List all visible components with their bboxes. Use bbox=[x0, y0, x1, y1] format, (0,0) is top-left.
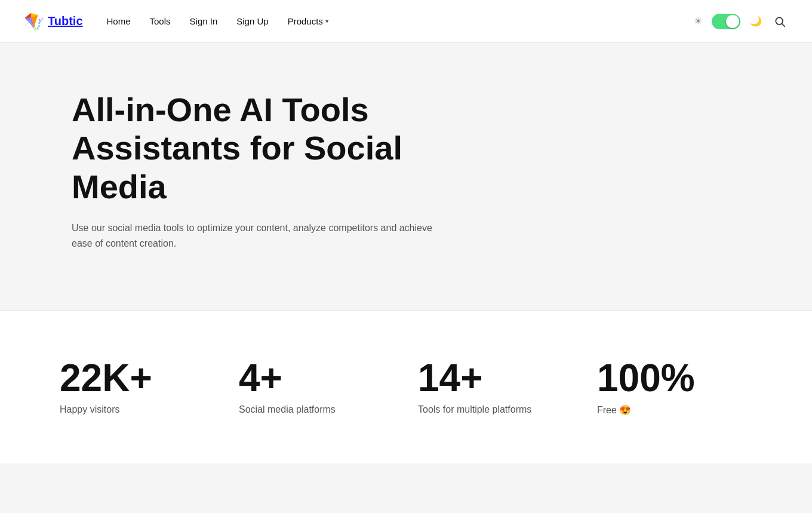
brand-logo-icon: 🪁 bbox=[24, 12, 43, 31]
stat-item-2: 14+ Tools for multiple platforms bbox=[418, 359, 573, 416]
hero-title: All-in-One AI Tools Assistants for Socia… bbox=[72, 91, 466, 206]
hero-subtitle: Use our social media tools to optimize y… bbox=[72, 220, 442, 251]
nav-link-home[interactable]: Home bbox=[107, 16, 131, 26]
hero-section: All-in-One AI Tools Assistants for Socia… bbox=[0, 43, 537, 311]
toggle-knob bbox=[726, 15, 739, 28]
nav-item-home[interactable]: Home bbox=[107, 16, 131, 27]
nav-left: 🪁 Tubtic Home Tools Sign In Sign Up Prod… bbox=[24, 12, 329, 31]
nav-item-signup[interactable]: Sign Up bbox=[236, 16, 268, 27]
nav-item-tools[interactable]: Tools bbox=[150, 16, 171, 27]
nav-right: ☀ 🌙 bbox=[694, 13, 788, 30]
stat-item-1: 4+ Social media platforms bbox=[239, 359, 394, 416]
nav-item-products[interactable]: Products ▾ bbox=[288, 16, 329, 26]
theme-toggle[interactable] bbox=[712, 14, 740, 29]
nav-item-signin[interactable]: Sign In bbox=[190, 16, 218, 27]
stat-number-1: 4+ bbox=[239, 359, 394, 397]
nav-link-products[interactable]: Products ▾ bbox=[288, 16, 329, 26]
nav-link-tools[interactable]: Tools bbox=[150, 16, 171, 26]
bottom-area bbox=[0, 463, 812, 513]
stat-label-1: Social media platforms bbox=[239, 404, 394, 415]
stat-label-3: Free 😍 bbox=[597, 404, 752, 416]
stats-section: 22K+ Happy visitors 4+ Social media plat… bbox=[0, 311, 812, 463]
stat-label-0: Happy visitors bbox=[60, 404, 215, 415]
stat-number-2: 14+ bbox=[418, 359, 573, 397]
moon-icon[interactable]: 🌙 bbox=[750, 16, 762, 27]
svg-line-1 bbox=[782, 23, 785, 26]
sun-icon[interactable]: ☀ bbox=[694, 16, 702, 27]
brand-name: Tubtic bbox=[48, 14, 83, 28]
search-button[interactable] bbox=[771, 13, 788, 30]
stat-item-0: 22K+ Happy visitors bbox=[60, 359, 215, 416]
nav-link-signup[interactable]: Sign Up bbox=[236, 16, 268, 26]
search-icon bbox=[774, 16, 786, 27]
nav-links: Home Tools Sign In Sign Up Products ▾ bbox=[107, 16, 329, 27]
navbar: 🪁 Tubtic Home Tools Sign In Sign Up Prod… bbox=[0, 0, 812, 43]
chevron-down-icon: ▾ bbox=[325, 17, 329, 25]
brand-logo-link[interactable]: 🪁 Tubtic bbox=[24, 12, 83, 31]
nav-link-signin[interactable]: Sign In bbox=[190, 16, 218, 26]
stat-item-3: 100% Free 😍 bbox=[597, 359, 752, 416]
stat-label-2: Tools for multiple platforms bbox=[418, 404, 573, 415]
stat-number-3: 100% bbox=[597, 359, 752, 397]
stat-number-0: 22K+ bbox=[60, 359, 215, 397]
